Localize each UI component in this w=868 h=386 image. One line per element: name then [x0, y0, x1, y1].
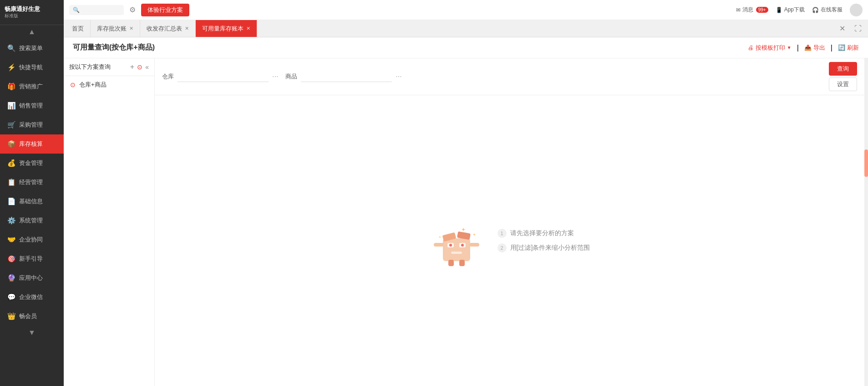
avatar[interactable]: [850, 4, 863, 16]
sidebar-item-vip[interactable]: 👑 畅会员: [0, 307, 64, 326]
sidebar-item-purchase[interactable]: 🛒 采购管理: [0, 115, 64, 134]
app-download-btn[interactable]: 📱 App下载: [776, 6, 805, 14]
tabs-expand-btn[interactable]: ⛶: [850, 23, 866, 35]
sidebar-item-sales[interactable]: 📊 销售管理: [0, 96, 64, 115]
newbie-icon: 🎯: [7, 255, 15, 263]
svg-point-5: [449, 244, 452, 247]
page-header: 可用量查询(按仓库+商品) 🖨 按模板打印 ▼ | 📤 导出 | 🔄 刷新: [64, 37, 868, 58]
add-scheme-btn[interactable]: +: [130, 63, 134, 71]
sidebar-item-enterprise[interactable]: 🤝 企业协同: [0, 230, 64, 249]
export-btn[interactable]: 📤 导出: [804, 44, 825, 52]
scrollbar-thumb[interactable]: [864, 149, 868, 177]
sidebar-item-marketing[interactable]: 🎁 营销推广: [0, 77, 64, 96]
tab-available-close[interactable]: ✕: [246, 26, 250, 31]
empty-inner: ✦ ✦ ✦ 1 请先选择要分析的方案 2 用[过滤]条件来缩小分析范围: [429, 213, 590, 268]
empty-text: 1 请先选择要分析的方案 2 用[过滤]条件来缩小分析范围: [497, 229, 590, 252]
gear-icon[interactable]: ⚙: [127, 4, 137, 16]
empty-hint-2: 2 用[过滤]条件来缩小分析范围: [497, 243, 590, 252]
scheme-settings-btn[interactable]: ⊙: [137, 63, 142, 71]
scroll-up-btn[interactable]: ▲: [0, 25, 64, 39]
message-icon: ✉: [736, 7, 741, 13]
online-service-btn[interactable]: 🎧 在线客服: [812, 6, 843, 14]
sidebar-item-apps[interactable]: 🔮 应用中心: [0, 268, 64, 288]
svg-rect-8: [434, 243, 444, 247]
main-area: 🔍 ⚙ 体验行业方案 ✉ 消息 99+ 📱 App下载 🎧 在线客服 首: [64, 0, 868, 386]
svg-point-6: [461, 244, 464, 247]
tab-home[interactable]: 首页: [66, 20, 91, 37]
filter-actions: 查询 设置: [829, 62, 857, 91]
tab-receipt-close[interactable]: ✕: [185, 26, 189, 31]
service-icon: 🎧: [812, 7, 819, 13]
topbar-search-icon: 🔍: [73, 7, 80, 13]
purchase-icon: 🛒: [7, 121, 15, 129]
industry-btn[interactable]: 体验行业方案: [141, 4, 189, 16]
topbar-search[interactable]: 🔍: [69, 5, 124, 15]
tabs-close-btn[interactable]: ✕: [835, 22, 850, 35]
sidebar-item-finance[interactable]: 💰 资金管理: [0, 154, 64, 173]
sidebar-item-operations[interactable]: 📋 经营管理: [0, 173, 64, 192]
refresh-btn[interactable]: 🔄 刷新: [838, 44, 859, 52]
query-btn[interactable]: 查询: [829, 62, 857, 76]
brand-sub: 标准版: [5, 13, 59, 19]
svg-rect-10: [448, 260, 454, 266]
right-panel: 仓库 ··· 商品 ··· 查询 设置: [155, 58, 864, 386]
tab-receipt[interactable]: 收发存汇总表 ✕: [140, 20, 196, 37]
tabs-bar: 首页 库存批次账 ✕ 收发存汇总表 ✕ 可用量库存账本 ✕ ✕ ⛶: [64, 20, 868, 37]
print-btn[interactable]: 🖨 按模板打印 ▼: [748, 44, 792, 52]
left-panel-header-actions: + ⊙ «: [130, 63, 149, 71]
warehouse-input[interactable]: [178, 71, 269, 82]
sidebar: 畅康通好生意 标准版 ▲ 🔍 搜索菜单 ⚡ 快捷导航 🎁 营销推广 📊 销售管理…: [0, 0, 64, 386]
print-icon: 🖨: [748, 44, 754, 51]
step-2-num: 2: [497, 243, 507, 252]
goods-more-btn[interactable]: ···: [396, 72, 401, 81]
left-panel-title: 按以下方案查询: [69, 63, 111, 71]
sidebar-item-system[interactable]: ⚙️ 系统管理: [0, 211, 64, 230]
svg-text:✦: ✦: [472, 232, 476, 237]
export-icon: 📤: [804, 44, 812, 51]
refresh-icon: 🔄: [838, 44, 845, 51]
goods-input[interactable]: [301, 71, 392, 82]
scroll-down-btn[interactable]: ▼: [0, 326, 64, 340]
sidebar-item-shortcut[interactable]: ⚡ 快捷导航: [0, 58, 64, 77]
right-scrollbar: [864, 58, 868, 386]
basic-icon: 📄: [7, 197, 15, 206]
page-header-actions: 🖨 按模板打印 ▼ | 📤 导出 | 🔄 刷新: [748, 44, 859, 52]
svg-rect-11: [459, 260, 465, 266]
empty-illustration: ✦ ✦ ✦: [429, 213, 484, 268]
empty-state: ✦ ✦ ✦ 1 请先选择要分析的方案 2 用[过滤]条件来缩小分析范围: [155, 95, 864, 386]
settings-btn[interactable]: 设置: [829, 77, 857, 91]
system-icon: ⚙️: [7, 216, 15, 225]
operations-icon: 📋: [7, 178, 15, 186]
wechat-icon: 💬: [7, 293, 15, 301]
sidebar-item-newbie[interactable]: 🎯 新手引导: [0, 249, 64, 268]
sidebar-item-inventory[interactable]: 📦 库存核算: [0, 134, 64, 154]
warehouse-more-btn[interactable]: ···: [272, 72, 278, 81]
scheme-item-warehouse-goods[interactable]: ⊙ 仓库+商品: [64, 76, 154, 93]
collapse-left-btn[interactable]: «: [145, 63, 149, 71]
svg-text:✦: ✦: [438, 235, 442, 239]
tab-batch[interactable]: 库存批次账 ✕: [91, 20, 140, 37]
svg-text:✦: ✦: [461, 226, 466, 233]
scheme-icon: ⊙: [70, 81, 76, 88]
tab-available[interactable]: 可用量库存账本 ✕: [196, 20, 257, 37]
content-area: 按以下方案查询 + ⊙ « ⊙ 仓库+商品 仓库 ···: [64, 58, 868, 386]
apps-icon: 🔮: [7, 274, 15, 282]
sidebar-item-basic[interactable]: 📄 基础信息: [0, 192, 64, 211]
page-title: 可用量查询(按仓库+商品): [73, 43, 155, 52]
shortcut-icon: ⚡: [7, 63, 15, 72]
sales-icon: 📊: [7, 102, 15, 110]
left-panel-header: 按以下方案查询 + ⊙ «: [64, 58, 154, 76]
vip-icon: 👑: [7, 312, 15, 320]
print-dropdown-icon[interactable]: ▼: [787, 45, 792, 50]
svg-rect-0: [443, 238, 470, 261]
sidebar-header: 畅康通好生意 标准版: [0, 0, 64, 25]
warehouse-label: 仓库: [162, 72, 174, 81]
message-btn[interactable]: ✉ 消息 99+: [736, 6, 768, 14]
tab-batch-close[interactable]: ✕: [129, 26, 133, 31]
left-panel: 按以下方案查询 + ⊙ « ⊙ 仓库+商品: [64, 58, 155, 386]
sidebar-item-wechat[interactable]: 💬 企业微信: [0, 288, 64, 307]
finance-icon: 💰: [7, 159, 15, 167]
sidebar-item-search[interactable]: 🔍 搜索菜单: [0, 39, 64, 58]
topbar: 🔍 ⚙ 体验行业方案 ✉ 消息 99+ 📱 App下载 🎧 在线客服: [64, 0, 868, 20]
marketing-icon: 🎁: [7, 82, 15, 91]
